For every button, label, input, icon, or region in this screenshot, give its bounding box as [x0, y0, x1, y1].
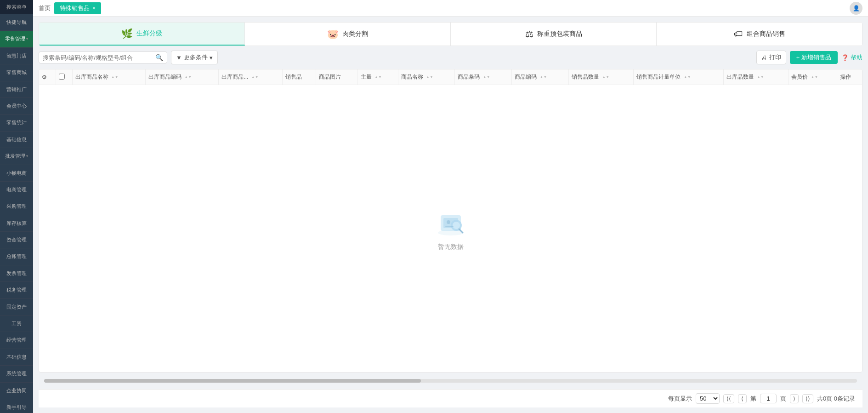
first-page-button[interactable]: ⟨⟨ — [723, 394, 734, 403]
sidebar-item-retail-mgmt[interactable]: 零售管理 ▾ — [0, 31, 33, 47]
sort-icon[interactable]: ▲▼ — [811, 75, 818, 79]
page-input[interactable] — [760, 394, 777, 403]
sidebar-item-label: 新手引导 — [6, 404, 27, 410]
sort-icon[interactable]: ▲▼ — [539, 75, 547, 79]
cat-tab-label: 称重预包装商品 — [537, 30, 582, 38]
sidebar-item-payroll[interactable]: 工资 — [0, 315, 33, 332]
tab-close-icon[interactable]: × — [92, 5, 96, 11]
col-out-product-extra[interactable]: 出库商品... ▲▼ — [219, 69, 283, 85]
col-product-image: 商品图片 — [316, 69, 357, 85]
sidebar-item-invoice-mgmt[interactable]: 发票管理 — [0, 265, 33, 282]
sidebar-item-label: 基础信息 — [6, 354, 27, 360]
sort-icon[interactable]: ▲▼ — [251, 75, 259, 79]
search-wrap[interactable]: 🔍 — [39, 52, 167, 63]
user-avatar[interactable]: 👤 — [850, 2, 862, 15]
sidebar-item-promo[interactable]: 营销推广 — [0, 81, 33, 98]
sort-icon[interactable]: ▲▼ — [757, 75, 764, 79]
main-area: 首页 特殊销售品 × 👤 🌿 生鲜分级 🐷 肉类分割 ⚖ 称重预包装商品 — [33, 0, 868, 413]
col-product-name[interactable]: 商品名称 ▲▼ — [398, 69, 455, 85]
cat-tab-meat-cut[interactable]: 🐷 肉类分割 — [245, 23, 451, 46]
horizontal-scrollbar[interactable] — [44, 379, 857, 383]
sidebar-item-label: 税务管理 — [6, 287, 27, 293]
sort-icon[interactable]: ▲▼ — [602, 75, 609, 79]
sort-icon[interactable]: ▲▼ — [684, 75, 691, 79]
sidebar-item-basic-info[interactable]: 基础信息 — [0, 132, 33, 148]
next-page-button[interactable]: ⟩ — [790, 394, 799, 403]
cat-tab-fresh-grade[interactable]: 🌿 生鲜分级 — [39, 23, 245, 46]
sidebar-item-label: 经营管理 — [6, 337, 27, 343]
sidebar-item-ops-mgmt[interactable]: 经营管理 — [0, 332, 33, 349]
sidebar-item-inventory[interactable]: 库存核算 — [0, 215, 33, 232]
col-sales-qty[interactable]: 销售品数量 ▲▼ — [568, 69, 634, 85]
prev-page-button[interactable]: ⟨ — [738, 394, 747, 403]
sort-icon[interactable]: ▲▼ — [483, 75, 490, 79]
cat-tab-combo-sales[interactable]: 🏷 组合商品销售 — [657, 23, 862, 46]
chevron-down-icon: ▾ — [26, 36, 28, 41]
col-member-price[interactable]: 会员价 ▲▼ — [789, 69, 837, 85]
scroll-thumb[interactable] — [44, 379, 421, 383]
sidebar-item-smart-store[interactable]: 智慧门店 — [0, 48, 33, 64]
add-sales-product-button[interactable]: + 新增销售品 — [790, 51, 838, 64]
sidebar-item-fixed-assets[interactable]: 固定资产 — [0, 299, 33, 315]
sort-icon[interactable]: ▲▼ — [426, 75, 433, 79]
sidebar-item-label: 批发管理 — [5, 153, 25, 160]
page-size-select[interactable]: 50 100 200 — [696, 393, 720, 404]
col-sales-unit[interactable]: 销售商品计量单位 ▲▼ — [634, 69, 723, 85]
svg-point-6 — [447, 220, 450, 224]
col-label: 商品条码 — [458, 74, 480, 80]
col-sales-product: 销售品 — [283, 69, 316, 85]
sidebar-item-purchase-mgmt[interactable]: 采购管理 — [0, 198, 33, 215]
sidebar-item-label: 零售统计 — [6, 120, 27, 125]
empty-illustration — [432, 206, 469, 238]
sidebar-item-enterprise-coop[interactable]: 企业协同 — [0, 383, 33, 399]
cat-tab-label: 组合商品销售 — [747, 30, 785, 38]
last-page-button[interactable]: ⟩⟩ — [802, 394, 813, 403]
col-out-product-code[interactable]: 出库商品编码 ▲▼ — [145, 69, 218, 85]
sidebar-item-new-guide[interactable]: 新手引导 — [0, 399, 33, 413]
sidebar-item-basic-info2[interactable]: 基础信息 — [0, 349, 33, 366]
col-weight[interactable]: 主量 ▲▼ — [357, 69, 398, 85]
help-button[interactable]: ❓ 帮助 — [841, 53, 862, 62]
sidebar-item-general-ledger[interactable]: 总账管理 — [0, 248, 33, 265]
select-all-checkbox[interactable] — [59, 74, 65, 80]
col-gear[interactable]: ⚙ — [39, 69, 56, 85]
sidebar-item-retail-stats[interactable]: 零售统计 — [0, 115, 33, 131]
sidebar-item-finance[interactable]: 资金管理 — [0, 232, 33, 248]
gear-icon[interactable]: ⚙ — [42, 74, 47, 80]
col-barcode[interactable]: 商品条码 ▲▼ — [455, 69, 512, 85]
sort-icon[interactable]: ▲▼ — [184, 75, 192, 79]
col-label: 会员价 — [791, 74, 808, 80]
empty-text: 暂无数据 — [438, 243, 464, 251]
filter-button[interactable]: ▼ 更多条件 ▾ — [171, 51, 218, 64]
col-label: 出库品数量 — [726, 74, 754, 80]
sidebar-item-tax-mgmt[interactable]: 税务管理 — [0, 282, 33, 298]
sort-icon[interactable]: ▲▼ — [374, 75, 382, 79]
sort-icon[interactable]: ▲▼ — [111, 75, 119, 79]
sidebar-item-label: 发票管理 — [6, 270, 27, 276]
home-link[interactable]: 首页 — [39, 4, 51, 12]
sidebar-item-label: 电商管理 — [6, 187, 27, 192]
search-icon[interactable]: 🔍 — [155, 54, 163, 61]
col-label: 操作 — [840, 74, 851, 80]
active-tab[interactable]: 特殊销售品 × — [54, 2, 101, 14]
sidebar-item-retail-mall[interactable]: 零售商城 — [0, 64, 33, 81]
sidebar-item-wholesale-mgmt[interactable]: 批发管理 ▾ — [0, 148, 33, 165]
search-input[interactable] — [43, 54, 153, 61]
col-out-product-name[interactable]: 出库商品名称 ▲▼ — [72, 69, 145, 85]
cat-tab-weight-prepack[interactable]: ⚖ 称重预包装商品 — [451, 23, 657, 46]
svg-rect-7 — [445, 226, 454, 227]
col-product-num[interactable]: 商品编码 ▲▼ — [512, 69, 569, 85]
col-out-qty[interactable]: 出库品数量 ▲▼ — [723, 69, 789, 85]
sidebar-item-member-center[interactable]: 会员中心 — [0, 98, 33, 115]
sidebar-logo[interactable]: 搜索菜单 — [0, 0, 33, 14]
col-label: 销售品数量 — [572, 74, 599, 80]
print-button[interactable]: 🖨 打印 — [756, 51, 786, 64]
sidebar-item-label: 小畅电商 — [6, 170, 27, 176]
col-checkbox[interactable] — [56, 69, 72, 85]
data-table-wrap: ⚙ 出库商品名称 ▲▼ 出库商品编码 ▲▼ — [39, 69, 862, 373]
sidebar-item-label: 总账管理 — [6, 253, 27, 259]
sidebar-item-mini-app[interactable]: 小畅电商 — [0, 165, 33, 182]
sidebar-item-ecom-mgmt[interactable]: 电商管理 — [0, 182, 33, 198]
sidebar-item-quick-nav[interactable]: 快捷导航 — [0, 14, 33, 31]
sidebar-item-system-mgmt[interactable]: 系统管理 — [0, 366, 33, 382]
